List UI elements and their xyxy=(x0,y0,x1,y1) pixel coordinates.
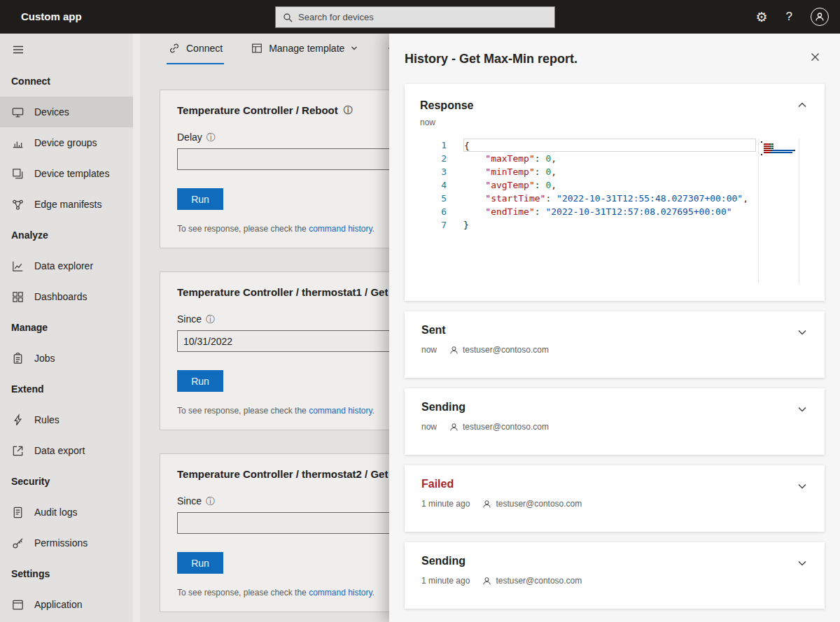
devices-icon xyxy=(11,106,24,119)
sidebar-item-label: Dashboards xyxy=(34,291,88,302)
sidebar-nav: ConnectDevicesDevice groupsDevice templa… xyxy=(0,66,140,620)
entry-timestamp: now xyxy=(421,422,437,432)
sidebar-item-label: Devices xyxy=(34,106,69,118)
chevron-up-icon[interactable] xyxy=(797,99,808,113)
line-content: { xyxy=(463,139,756,152)
permissions-icon xyxy=(11,537,24,550)
sidebar-item-application[interactable]: Application xyxy=(0,589,133,620)
line-content: } xyxy=(463,218,756,232)
entry-meta: nowtestuser@contoso.com xyxy=(421,345,808,355)
code-line[interactable]: 5 "startTime": "2022-10-31T12:55:48.0273… xyxy=(420,192,756,205)
line-number: 4 xyxy=(420,178,447,192)
line-content: "avgTemp": 0, xyxy=(463,178,756,192)
tab-manage-template[interactable]: Manage template xyxy=(249,34,360,64)
code-line[interactable]: 2 "maxTemp": 0, xyxy=(420,152,756,165)
link-icon xyxy=(168,42,181,55)
sidebar: ConnectDevicesDevice groupsDevice templa… xyxy=(0,34,140,622)
sidebar-item-device-templates[interactable]: Device templates xyxy=(0,158,133,189)
command-title-text: Temperature Controller / thermostat1 / G… xyxy=(177,286,388,298)
entry-meta: 1 minute agotestuser@contoso.com xyxy=(421,576,808,586)
app-title: Custom app xyxy=(21,10,82,22)
line-content: "minTemp": 0, xyxy=(463,165,756,178)
sidebar-item-label: Jobs xyxy=(34,353,55,364)
sidebar-item-label: Rules xyxy=(34,414,59,425)
code-line[interactable]: 4 "avgTemp": 0, xyxy=(420,178,756,192)
avatar[interactable] xyxy=(811,8,829,26)
search-input[interactable] xyxy=(298,12,536,22)
footer-text: To see response, please check the xyxy=(177,588,309,598)
sidebar-item-permissions[interactable]: Permissions xyxy=(0,528,133,558)
minimap-line xyxy=(761,143,799,145)
entry-user: testuser@contoso.com xyxy=(463,345,549,355)
rules-icon xyxy=(11,414,24,427)
sidebar-item-edge-manifests[interactable]: Edge manifests xyxy=(0,189,133,220)
data-explorer-icon xyxy=(11,260,24,273)
jobs-icon xyxy=(11,352,24,365)
sidebar-item-rules[interactable]: Rules xyxy=(0,404,133,435)
history-entry-card: Sending1 minute agotestuser@contoso.com xyxy=(405,542,825,609)
template-icon xyxy=(251,42,263,55)
minimap[interactable] xyxy=(758,139,799,283)
dashboards-icon xyxy=(11,290,24,304)
minimap-line xyxy=(761,148,799,149)
sidebar-item-device-groups[interactable]: Device groups xyxy=(0,127,133,158)
command-history-link[interactable]: command history. xyxy=(309,224,374,234)
code-line[interactable]: 3 "minTemp": 0, xyxy=(420,165,756,178)
tab-label: Manage template xyxy=(269,43,344,54)
entry-timestamp: now xyxy=(421,345,437,355)
code-line[interactable]: 1{ xyxy=(420,139,756,152)
code-editor[interactable]: 1{2 "maxTemp": 0,3 "minTemp": 0,4 "avgTe… xyxy=(420,139,809,283)
tab-connect[interactable]: Connect xyxy=(167,34,224,64)
global-nav-button[interactable] xyxy=(0,34,140,66)
command-title-text: Temperature Controller / thermostat2 / G… xyxy=(177,468,388,480)
line-content: "maxTemp": 0, xyxy=(463,152,756,165)
sidebar-item-data-export[interactable]: Data export xyxy=(0,435,133,466)
panel-title: History - Get Max-Min report. xyxy=(405,52,825,66)
sidebar-item-devices[interactable]: Devices xyxy=(0,97,133,127)
chevron-down-icon xyxy=(350,44,358,52)
help-icon[interactable]: ? xyxy=(786,10,792,24)
run-button[interactable]: Run xyxy=(177,552,223,574)
chevron-down-icon[interactable] xyxy=(797,404,808,418)
line-number: 5 xyxy=(420,192,447,205)
command-history-link[interactable]: command history. xyxy=(309,406,374,416)
sidebar-section-analyze: Analyze xyxy=(0,220,140,250)
person-icon xyxy=(482,577,491,586)
sidebar-section-connect: Connect xyxy=(0,66,140,97)
field-label-text: Delay xyxy=(177,132,202,143)
sidebar-scrollbar[interactable] xyxy=(133,34,140,622)
application-icon xyxy=(11,598,24,612)
footer-text: To see response, please check the xyxy=(177,224,309,234)
sidebar-item-data-explorer[interactable]: Data explorer xyxy=(0,250,133,281)
response-timestamp: now xyxy=(420,118,809,127)
info-icon: ⓘ xyxy=(206,133,216,142)
sidebar-item-label: Data explorer xyxy=(34,260,93,271)
minimap-line xyxy=(761,146,799,147)
sidebar-item-audit-logs[interactable]: Audit logs xyxy=(0,497,133,528)
minimap-line xyxy=(761,150,799,151)
tab-label: Connect xyxy=(186,43,223,54)
code-line[interactable]: 7} xyxy=(420,218,756,232)
chevron-down-icon[interactable] xyxy=(797,481,808,495)
sidebar-item-dashboards[interactable]: Dashboards xyxy=(0,281,133,312)
editor-scrollbar[interactable] xyxy=(799,139,809,283)
close-icon[interactable] xyxy=(810,52,820,65)
run-button[interactable]: Run xyxy=(177,188,223,210)
code-line[interactable]: 6 "endTime": "2022-10-31T12:57:08.027695… xyxy=(420,205,756,218)
sidebar-item-jobs[interactable]: Jobs xyxy=(0,343,133,374)
chevron-down-icon[interactable] xyxy=(797,558,808,572)
command-history-link[interactable]: command history. xyxy=(309,588,374,598)
field-label-text: Since xyxy=(177,495,202,507)
line-number: 1 xyxy=(420,139,447,152)
chevron-down-icon[interactable] xyxy=(797,327,808,341)
entry-timestamp: 1 minute ago xyxy=(421,499,470,509)
entry-status: Sending xyxy=(421,401,808,414)
settings-gear-icon[interactable]: ⚙ xyxy=(755,9,767,25)
data-export-icon xyxy=(11,444,24,458)
sidebar-item-label: Data export xyxy=(34,445,85,456)
person-icon xyxy=(449,346,458,355)
run-button[interactable]: Run xyxy=(177,370,223,392)
sidebar-item-label: Device groups xyxy=(34,137,97,148)
search-box[interactable] xyxy=(275,6,555,28)
entry-user: testuser@contoso.com xyxy=(496,499,582,509)
